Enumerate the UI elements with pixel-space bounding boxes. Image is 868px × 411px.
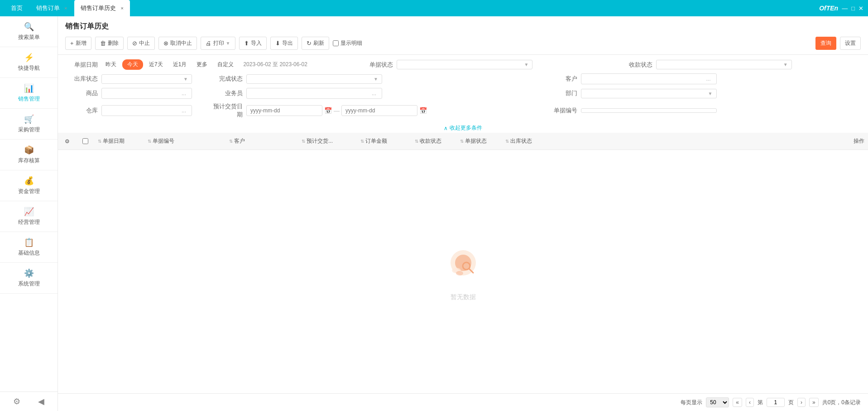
date-btn-1month[interactable]: 近1月 [169, 59, 191, 70]
system-icon: ⚙️ [24, 268, 34, 278]
th-pay-status[interactable]: ⇅ 收款状态 [411, 133, 456, 150]
salesperson-input[interactable]: ... [246, 88, 382, 99]
delete-button[interactable]: 🗑 删除 [95, 37, 124, 50]
filter-row-status: 出库状态 ▼ 完成状态 ▼ 客户 ... [65, 73, 861, 84]
quick-nav-icon: ⚡ [24, 53, 34, 63]
th-out-status[interactable]: ⇅ 出库状态 [502, 133, 547, 150]
th-customer[interactable]: ⇅ 客户 [225, 133, 298, 150]
customer-dots[interactable]: ... [704, 76, 712, 82]
th-date[interactable]: ⇅ 单据日期 [94, 133, 144, 150]
th-checkbox[interactable] [76, 134, 94, 149]
date-btn-yesterday[interactable]: 昨天 [101, 59, 120, 70]
export-button[interactable]: ⬇ 导出 [270, 37, 298, 50]
tab-home[interactable]: 首页 [5, 0, 29, 16]
add-button[interactable]: + 新增 [65, 37, 91, 50]
complete-status-select[interactable]: ▼ [246, 74, 382, 84]
th-number[interactable]: ⇅ 单据编号 [144, 133, 225, 150]
collapse-icon: ∧ [444, 125, 448, 131]
sidebar-item-finance[interactable]: 💰 资金管理 [0, 170, 58, 201]
close-btn-window[interactable]: ✕ [858, 5, 863, 12]
sort-out-icon: ⇅ [505, 139, 509, 144]
th-amount[interactable]: ⇅ 订单金额 [357, 133, 411, 150]
minimize-btn[interactable]: — [842, 5, 848, 12]
bill-status-select[interactable]: ▼ [397, 60, 532, 69]
next-page-button[interactable]: › [797, 398, 806, 407]
content-area: 销售订单历史 + 新增 🗑 删除 ⊘ 中止 ⊗ 取消中止 [58, 16, 868, 411]
stop-icon: ⊘ [132, 40, 137, 47]
top-nav: 首页 销售订单 × 销售订单历史 × OfTEn — □ ✕ [0, 0, 868, 16]
sidebar-item-search-menu[interactable]: 🔍 搜索菜单 [0, 16, 58, 47]
dept-select[interactable]: ▼ [581, 89, 717, 98]
prev-page-button[interactable]: ‹ [746, 398, 754, 407]
page-size-select[interactable]: 50 10 20 100 [706, 397, 729, 407]
receipt-status-select[interactable]: ▼ [656, 60, 792, 69]
bill-number-label: 单据编号 [545, 106, 581, 115]
customer-group: 客户 ... [527, 73, 861, 84]
th-settings[interactable]: ⚙ [58, 134, 76, 149]
select-all-checkbox[interactable] [82, 138, 88, 144]
tab-sales-order-history-close[interactable]: × [120, 5, 123, 11]
sidebar-item-label-inventory: 库存核算 [18, 157, 40, 164]
th-delivery-label: 预计交货... [307, 137, 333, 145]
bill-number-input[interactable] [581, 108, 717, 113]
warehouse-dots[interactable]: ... [180, 107, 188, 114]
date-btn-custom[interactable]: 自定义 [213, 59, 238, 70]
delivery-date-to[interactable] [341, 105, 417, 116]
display-cols-input[interactable] [333, 40, 339, 46]
refresh-button[interactable]: ↻ 刷新 [302, 37, 329, 50]
tab-sales-order[interactable]: 销售订单 × [30, 0, 73, 16]
sidebar-item-label-system: 系统管理 [18, 280, 40, 288]
sidebar: 🔍 搜索菜单 ⚡ 快捷导航 📊 销售管理 🛒 采购管理 📦 库存核算 💰 资金管… [0, 16, 58, 411]
sidebar-item-quick-nav[interactable]: ⚡ 快捷导航 [0, 47, 58, 78]
query-button[interactable]: 查询 [815, 37, 836, 50]
sidebar-item-operations[interactable]: 📈 经营管理 [0, 201, 58, 232]
sidebar-item-system[interactable]: ⚙️ 系统管理 [0, 263, 58, 294]
date-separator: — [334, 107, 340, 114]
import-icon: ⬆ [244, 40, 249, 47]
settings-button[interactable]: 设置 [840, 37, 861, 50]
sidebar-item-label-base: 基础信息 [18, 249, 40, 257]
sidebar-item-sales-mgmt[interactable]: 📊 销售管理 [0, 78, 58, 109]
calendar-to-icon[interactable]: 📅 [419, 107, 427, 114]
th-delivery[interactable]: ⇅ 预计交货... [298, 133, 357, 150]
warehouse-input[interactable]: ... [101, 105, 192, 116]
sort-pay-icon: ⇅ [415, 139, 418, 144]
sidebar-item-inventory[interactable]: 📦 库存核算 [0, 140, 58, 170]
last-page-button[interactable]: » [809, 398, 819, 407]
th-ops: 操作 [547, 133, 868, 150]
salesperson-dots[interactable]: ... [370, 90, 378, 97]
tab-sales-order-close[interactable]: × [64, 5, 67, 11]
date-btn-today[interactable]: 今天 [122, 59, 143, 70]
maximize-btn[interactable]: □ [851, 5, 855, 12]
first-page-button[interactable]: « [733, 398, 742, 407]
cancel-stop-button[interactable]: ⊗ 取消中止 [158, 37, 197, 50]
print-button[interactable]: 🖨 打印 ▼ [201, 37, 235, 50]
sidebar-item-purchase-mgmt[interactable]: 🛒 采购管理 [0, 109, 58, 140]
delivery-date-inputs: 📅 — 📅 [246, 105, 427, 116]
customer-input[interactable]: ... [581, 73, 717, 84]
product-dots[interactable]: ... [180, 90, 188, 97]
calendar-from-icon[interactable]: 📅 [324, 107, 332, 114]
sidebar-collapse-icon[interactable]: ◀ [38, 396, 44, 406]
inventory-icon: 📦 [24, 145, 34, 155]
complete-status-arrow: ▼ [374, 77, 378, 82]
sidebar-item-label-purchase: 采购管理 [18, 126, 40, 134]
filter-row-warehouse: 仓库 ... 预计交货日期 📅 — 📅 单据编号 [65, 102, 861, 119]
stop-button[interactable]: ⊘ 中止 [127, 37, 155, 50]
page-number-input[interactable] [767, 398, 785, 407]
settings-gear-icon[interactable]: ⚙ [13, 396, 20, 406]
out-status-label: 出库状态 [65, 75, 101, 83]
date-btn-more[interactable]: 更多 [192, 59, 211, 70]
search-menu-icon: 🔍 [24, 22, 34, 32]
display-cols-checkbox[interactable]: 显示明细 [333, 39, 362, 47]
date-btn-7days[interactable]: 近7天 [145, 59, 167, 70]
sidebar-item-base-info[interactable]: 📋 基础信息 [0, 232, 58, 263]
product-input[interactable]: ... [101, 88, 192, 99]
table-footer: 每页显示 50 10 20 100 « ‹ 第 页 › » 共0页，0条记录 [58, 393, 868, 411]
import-button[interactable]: ⬆ 导入 [239, 37, 267, 50]
collapse-bar[interactable]: ∧ 收起更多条件 [65, 122, 861, 133]
out-status-select[interactable]: ▼ [101, 74, 192, 84]
delivery-date-from[interactable] [246, 105, 322, 116]
tab-sales-order-history[interactable]: 销售订单历史 × [74, 0, 129, 16]
th-bill-status[interactable]: ⇅ 单据状态 [456, 133, 502, 150]
